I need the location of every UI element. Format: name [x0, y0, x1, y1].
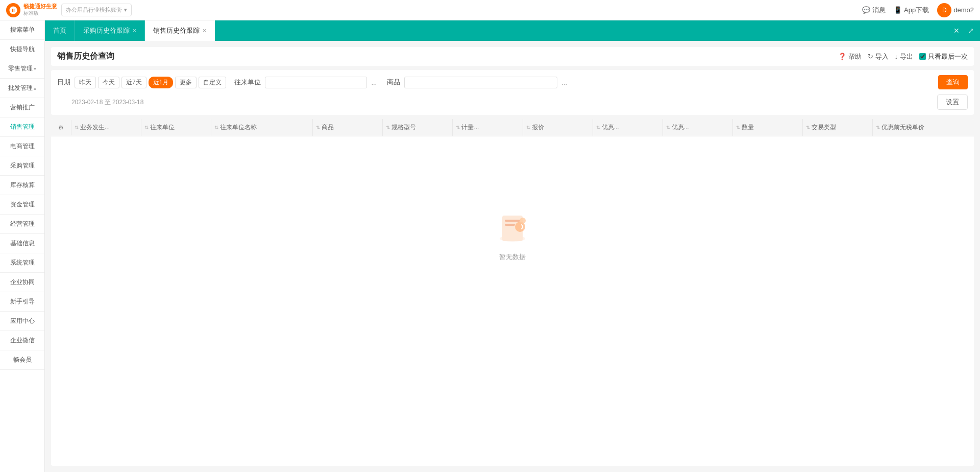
date-more[interactable]: 更多: [175, 77, 197, 88]
tab-sales-history[interactable]: 销售历史价跟踪 ×: [145, 20, 215, 41]
th-spec: ⇅ 规格型号: [383, 119, 453, 136]
th-trade-type: ⇅ 交易类型: [803, 119, 873, 136]
export-btn[interactable]: ↓ 导出: [895, 52, 914, 61]
message-icon: 💬: [862, 6, 870, 14]
sort-icon-qty: ⇅: [736, 125, 740, 130]
sidebar-item-inventory[interactable]: 库存核算: [0, 176, 44, 195]
date-custom[interactable]: 自定义: [199, 77, 226, 88]
goods-input[interactable]: [404, 77, 557, 88]
goods-filter-group: 商品 ...: [387, 77, 569, 88]
date-filter-group: 日期 昨天 今天 近7天 近1月 更多 自定义: [57, 77, 226, 88]
sidebar-item-app-center[interactable]: 应用中心: [0, 312, 44, 331]
app-label: App下载: [904, 6, 929, 15]
table-header: ⚙ ⇅ 业务发生... ⇅ 往来单位 ⇅ 往来单位名称: [51, 119, 974, 136]
empty-icon: [492, 205, 533, 246]
top-bar: 畅捷通好生意 标准版 办公用品行业模拟账套 ▾ 💬 消息 📱 App下载 D d…: [0, 0, 980, 20]
export-icon: ↓: [895, 53, 898, 60]
tab-purchase-history-close[interactable]: ×: [133, 28, 136, 34]
help-label: 帮助: [848, 52, 862, 61]
import-label: 导入: [875, 52, 889, 61]
table-container: ⚙ ⇅ 业务发生... ⇅ 往来单位 ⇅ 往来单位名称: [51, 119, 974, 466]
page-container: 销售历史价查询 ❓ 帮助 ↻ 导入 ↓ 导出: [45, 41, 980, 472]
empty-text: 暂无数据: [499, 252, 526, 262]
sort-icon-quote: ⇅: [526, 125, 530, 130]
only-last-checkbox[interactable]: [919, 53, 926, 60]
top-bar-left: 畅捷通好生意 标准版 办公用品行业模拟账套 ▾: [6, 3, 132, 17]
sidebar-item-purchase[interactable]: 采购管理: [0, 156, 44, 176]
sort-icon-discount1: ⇅: [596, 125, 600, 130]
date-1month[interactable]: 近1月: [149, 77, 174, 88]
import-icon: ↻: [868, 53, 873, 60]
chevron-down-icon: ▾: [34, 66, 36, 72]
close-all-tabs-icon[interactable]: ✕: [951, 25, 962, 37]
tab-sales-history-close[interactable]: ×: [203, 28, 206, 34]
date-7days[interactable]: 近7天: [121, 77, 146, 88]
filter-row-2: 2023-02-18 至 2023-03-18 设置: [57, 95, 968, 110]
sidebar-item-quick-nav[interactable]: 快捷导航: [0, 40, 44, 59]
app-body: 搜索菜单 快捷导航 零售管理 ▾ 批发管理 ▴ 营销推广 销售管理 电商管理 采…: [0, 20, 980, 472]
sidebar-item-enterprise[interactable]: 企业协同: [0, 273, 44, 292]
goods-ellipsis[interactable]: ...: [559, 79, 569, 86]
sidebar-item-search-menu[interactable]: 搜索菜单: [0, 20, 44, 40]
tab-home[interactable]: 首页: [45, 20, 75, 41]
sort-icon-discount2: ⇅: [666, 125, 670, 130]
sort-icon-partner: ⇅: [144, 125, 149, 130]
svg-point-5: [520, 218, 526, 224]
date-today[interactable]: 今天: [98, 77, 119, 88]
app-download-btn[interactable]: 📱 App下载: [894, 6, 929, 15]
date-filter-label: 日期: [57, 78, 70, 87]
sidebar-item-operation[interactable]: 经营管理: [0, 215, 44, 234]
sidebar-item-finance[interactable]: 资金管理: [0, 195, 44, 215]
sidebar-item-marketing[interactable]: 营销推广: [0, 98, 44, 117]
help-btn[interactable]: ❓ 帮助: [838, 52, 862, 61]
sidebar-item-sales[interactable]: 销售管理: [0, 117, 44, 137]
svg-rect-3: [505, 224, 515, 226]
goods-input-group: ...: [404, 77, 569, 88]
sidebar-item-retail[interactable]: 零售管理 ▾: [0, 59, 44, 79]
th-discount1: ⇅ 优惠...: [593, 119, 663, 136]
user-menu[interactable]: D demo2: [937, 3, 974, 17]
date-yesterday[interactable]: 昨天: [75, 77, 96, 88]
empty-state: 暂无数据: [492, 175, 533, 292]
partner-filter-group: 往来单位 ...: [234, 77, 379, 88]
partner-ellipsis[interactable]: ...: [369, 79, 379, 86]
partner-input[interactable]: [265, 77, 367, 88]
dropdown-arrow-icon: ▾: [124, 7, 127, 13]
th-unit: ⇅ 计量...: [453, 119, 523, 136]
only-last-checkbox-group: 只看最后一次: [919, 52, 968, 61]
message-btn[interactable]: 💬 消息: [862, 6, 886, 15]
chevron-up-icon: ▴: [34, 85, 36, 91]
sidebar-item-guide[interactable]: 新手引导: [0, 292, 44, 312]
th-qty: ⇅ 数量: [733, 119, 803, 136]
th-settings[interactable]: ⚙: [51, 120, 71, 135]
sort-asc-icon: ⇅: [75, 125, 79, 130]
tab-purchase-history[interactable]: 采购历史价跟踪 ×: [75, 20, 145, 41]
sidebar-item-wholesale[interactable]: 批发管理 ▴: [0, 79, 44, 98]
account-name: 办公用品行业模拟账套: [66, 6, 122, 14]
setting-button[interactable]: 设置: [937, 95, 968, 110]
sidebar-item-basic-info[interactable]: 基础信息: [0, 234, 44, 253]
tab-bar: 首页 采购历史价跟踪 × 销售历史价跟踪 × ✕ ⤢: [45, 20, 980, 41]
sort-icon-spec: ⇅: [386, 125, 390, 130]
sidebar-item-system[interactable]: 系统管理: [0, 253, 44, 273]
maximize-icon[interactable]: ⤢: [966, 25, 976, 37]
sort-icon-pre-discount: ⇅: [876, 125, 880, 130]
export-label: 导出: [900, 52, 913, 61]
sidebar: 搜索菜单 快捷导航 零售管理 ▾ 批发管理 ▴ 营销推广 销售管理 电商管理 采…: [0, 20, 45, 472]
only-last-label: 只看最后一次: [928, 52, 968, 61]
sidebar-item-ecommerce[interactable]: 电商管理: [0, 137, 44, 156]
th-discount2: ⇅ 优惠...: [663, 119, 733, 136]
logo-brand: 畅捷通好生意: [23, 3, 57, 10]
sidebar-item-member[interactable]: 畅会员: [0, 350, 44, 370]
query-button[interactable]: 查询: [938, 75, 968, 89]
import-btn[interactable]: ↻ 导入: [868, 52, 889, 61]
date-range-text: 2023-02-18 至 2023-03-18: [57, 98, 143, 107]
tab-sales-history-label: 销售历史价跟踪: [153, 26, 200, 35]
sidebar-item-wechat[interactable]: 企业微信: [0, 331, 44, 350]
content-area: 首页 采购历史价跟踪 × 销售历史价跟踪 × ✕ ⤢ 销售历史价查询: [45, 20, 980, 472]
help-icon: ❓: [838, 53, 846, 60]
partner-filter-label: 往来单位: [234, 78, 261, 87]
user-name: demo2: [953, 6, 974, 14]
th-goods: ⇅ 商品: [313, 119, 383, 136]
account-selector[interactable]: 办公用品行业模拟账套 ▾: [61, 4, 132, 16]
